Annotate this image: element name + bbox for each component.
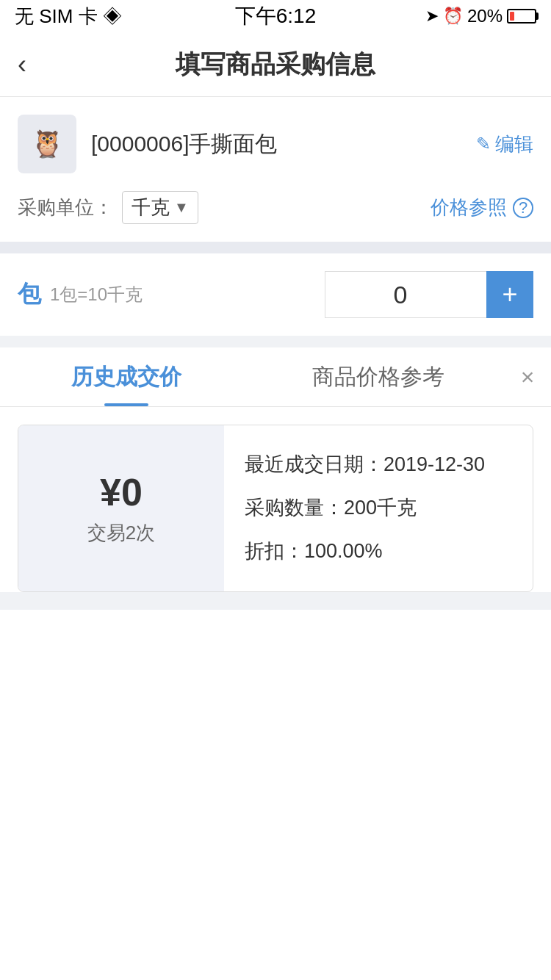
status-left: 无 SIM 卡 ◈	[15, 4, 122, 29]
unit-label: 包 1包=10千克	[18, 278, 143, 311]
back-button[interactable]: ‹	[18, 49, 26, 80]
quantity-input-group: +	[325, 271, 533, 318]
discount-row: 折扣：100.00%	[245, 536, 512, 567]
unit-tag: 包	[18, 278, 41, 311]
price-value: 0	[121, 471, 143, 514]
tab-close-button[interactable]: ×	[504, 347, 551, 406]
discount-value: 100.00%	[304, 540, 383, 562]
purchase-qty-value: 200千克	[344, 497, 417, 519]
product-name: [0000006]手撕面包	[91, 129, 277, 159]
tab-product-price-ref-label: 商品价格参考	[312, 362, 444, 392]
alarm-icon: ⏰	[443, 7, 463, 26]
unit-conversion: 1包=10千克	[50, 283, 143, 306]
status-bar: 无 SIM 卡 ◈ 下午6:12 ➤ ⏰ 20%	[0, 0, 551, 32]
quantity-row: 包 1包=10千克 +	[0, 253, 551, 336]
quantity-plus-button[interactable]: +	[486, 271, 533, 318]
history-card-right: 最近成交日期：2019-12-30 采购数量：200千克 折扣：100.00%	[224, 425, 533, 591]
product-meta: 采购单位： 千克 ▼ 价格参照 ?	[18, 191, 533, 224]
quantity-input[interactable]	[325, 271, 486, 318]
unit-select-button[interactable]: 千克 ▼	[122, 191, 198, 224]
bottom-space	[0, 610, 551, 980]
product-left: 🦉 [0000006]手撕面包	[18, 115, 277, 173]
product-image-icon: 🦉	[31, 129, 64, 159]
tab-header: 历史成交价 商品价格参考 ×	[0, 347, 551, 407]
edit-icon: ✎	[476, 134, 491, 154]
status-time: 下午6:12	[235, 2, 317, 30]
purchase-qty-label: 采购数量：	[245, 497, 344, 519]
nav-bar: ‹ 填写商品采购信息	[0, 32, 551, 97]
purchase-unit-row: 采购单位： 千克 ▼	[18, 191, 198, 224]
unit-value: 千克	[132, 195, 170, 220]
product-header: 🦉 [0000006]手撕面包 ✎ 编辑	[18, 115, 533, 173]
tab-history-price[interactable]: 历史成交价	[0, 347, 252, 406]
price-ref-label: 价格参照	[431, 195, 507, 220]
price-reference-button[interactable]: 价格参照 ?	[431, 195, 533, 220]
history-trades: 交易2次	[87, 520, 155, 546]
dropdown-arrow-icon: ▼	[174, 199, 189, 216]
purchase-unit-label: 采购单位：	[18, 195, 113, 220]
product-card: 🦉 [0000006]手撕面包 ✎ 编辑 采购单位： 千克 ▼ 价格参照 ?	[0, 97, 551, 242]
edit-button[interactable]: ✎ 编辑	[476, 131, 533, 157]
tab-section: 历史成交价 商品价格参考 × ¥0 交易2次 最近成交日期：2019-12-30…	[0, 347, 551, 592]
page-title: 填写商品采购信息	[176, 48, 375, 82]
discount-label: 折扣：	[245, 540, 304, 562]
status-right: ➤ ⏰ 20%	[425, 6, 536, 26]
nav-icon: ➤	[425, 7, 439, 26]
tab-product-price-ref[interactable]: 商品价格参考	[252, 347, 504, 406]
section-divider	[0, 242, 551, 253]
purchase-qty-row: 采购数量：200千克	[245, 492, 512, 524]
battery-indicator	[507, 9, 536, 24]
sim-label: 无 SIM 卡 ◈	[15, 4, 122, 29]
recent-date-row: 最近成交日期：2019-12-30	[245, 449, 512, 480]
recent-date-label: 最近成交日期：	[245, 453, 383, 475]
product-thumbnail: 🦉	[18, 115, 76, 173]
tab-history-price-label: 历史成交价	[71, 362, 181, 392]
history-card-left: ¥0 交易2次	[18, 425, 224, 591]
recent-date-value: 2019-12-30	[383, 453, 485, 475]
currency-symbol: ¥	[100, 471, 121, 514]
history-card: ¥0 交易2次 最近成交日期：2019-12-30 采购数量：200千克 折扣：…	[18, 425, 533, 592]
battery-pct: 20%	[467, 6, 503, 26]
edit-label: 编辑	[495, 131, 533, 157]
help-icon: ?	[513, 198, 533, 218]
history-price: ¥0	[100, 470, 143, 514]
